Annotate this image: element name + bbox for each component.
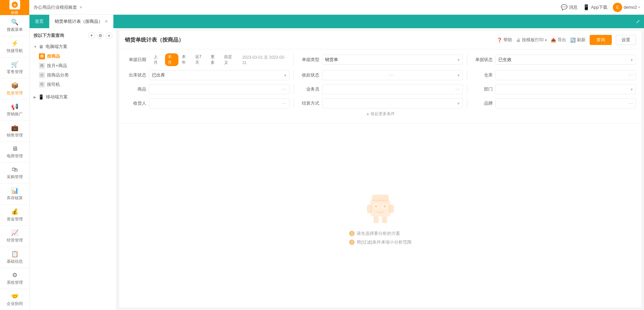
collab-icon: 🤝	[11, 293, 18, 300]
tip-text-1: 请先选择要分析的方案	[357, 230, 400, 237]
sidebar-item-system[interactable]: ⚙ 系统管理	[0, 268, 29, 289]
page-actions: ❓ 帮助 🖨 按模板打印 ▾ 📤 导出 🔄 刷新	[497, 35, 636, 45]
date-7days[interactable]: 近7天	[193, 53, 208, 66]
marketing-icon: 📢	[11, 103, 18, 110]
collapse-panel-button[interactable]: «	[106, 32, 112, 39]
recvstatus-input[interactable]: ··· ▾	[322, 70, 463, 80]
filter-outstatus-cell: 出库状态 已出库 ▾	[125, 70, 289, 80]
sidebar-item-sales[interactable]: 💼 销售管理	[0, 121, 29, 142]
help-label: 帮助	[503, 37, 512, 43]
recvstatus-dots: ···	[389, 72, 393, 78]
sidebar-item-operation[interactable]: 📈 经营管理	[0, 226, 29, 247]
sidebar-item-quicknav[interactable]: ⚡ 快捷导航	[0, 36, 29, 57]
settings-button[interactable]: 设置	[616, 35, 636, 45]
date-this-year[interactable]: 本年	[180, 53, 192, 66]
export-label: 导出	[557, 37, 566, 43]
sidebar-item-inventory[interactable]: 📊 库存核算	[0, 184, 29, 205]
sidebar-item-wholesale[interactable]: 📦 批发管理	[0, 79, 29, 100]
tab-close-button[interactable]: ✕	[105, 19, 108, 24]
filter-brand-cell: 品牌 ···	[471, 98, 636, 108]
sidebar-item-retail[interactable]: 🛒 零售管理	[0, 57, 29, 79]
filter-row-3: 商品 ··· 业务员 ···	[125, 84, 636, 94]
settlement-input[interactable]: ▾	[322, 98, 463, 108]
tree-item-category[interactable]: 分 按商品分类	[39, 70, 116, 80]
sidebar-wholesale-label: 批发管理	[7, 90, 23, 96]
item-label-goods: 按商品	[47, 53, 60, 59]
tree-mobile-label: 移动端方案	[46, 94, 68, 100]
tree-mobile[interactable]: ▶ 📱 移动端方案	[30, 92, 116, 102]
salesperson-dots: ···	[455, 86, 460, 92]
sidebar-item-ecom[interactable]: 🖥 电商管理	[0, 142, 29, 163]
topbar: 办公用品行业模拟账套 ▾ 💬 消息 📱 App下载 E demo2 ▾	[30, 0, 644, 15]
purchase-icon: 🛍	[12, 166, 18, 173]
empty-tips: 1 请先选择要分析的方案 2 用[过滤]条件来缩小分析范围	[349, 230, 411, 245]
department-input[interactable]: ▾	[495, 84, 636, 94]
quick-nav-icon: ⚡	[11, 40, 18, 47]
goods-input[interactable]: ···	[149, 84, 289, 94]
app-logo[interactable]: 畅 标账	[0, 0, 30, 15]
tree-item-by-goods[interactable]: 商 按商品	[39, 52, 116, 61]
topbar-left: 办公用品行业模拟账套 ▾	[34, 4, 82, 10]
sidebar: 畅 标账 🔍 搜索菜单 ⚡ 快捷导航 🛒 零售管理 📦 批发管理 📢 营销推广 …	[0, 0, 30, 310]
tree-item-month-goods[interactable]: 商 按月+商品	[39, 61, 116, 70]
industry-dropdown-icon[interactable]: ▾	[80, 5, 82, 10]
item-label-driver: 按司机	[47, 82, 60, 88]
user-avatar: E	[613, 3, 622, 12]
recvstatus-arrow: ▾	[458, 73, 460, 78]
user-dropdown-icon: ▾	[638, 5, 640, 9]
tree-item-driver[interactable]: 司 按司机	[39, 80, 116, 89]
brand-label: 品牌	[471, 100, 495, 106]
date-custom[interactable]: 自定义	[222, 53, 238, 66]
tree-desktop[interactable]: ▼ 🖥 电脑端方案	[30, 42, 116, 52]
empty-illustration	[360, 186, 400, 226]
tab-home[interactable]: 首页	[30, 15, 49, 28]
date-last-month[interactable]: 上月	[152, 53, 164, 66]
settings-scheme-button[interactable]: ⊙	[97, 32, 104, 39]
recipient-input[interactable]: ···	[149, 98, 289, 108]
user-menu[interactable]: E demo2 ▾	[613, 3, 640, 12]
sidebar-item-basic[interactable]: 📋 基础信息	[0, 247, 29, 268]
sidebar-item-finance[interactable]: 💰 资金管理	[0, 205, 29, 226]
date-more[interactable]: 更多	[209, 53, 221, 66]
app-download-button[interactable]: 📱 App下载	[583, 4, 607, 10]
empty-tip-1: 1 请先选择要分析的方案	[349, 230, 411, 237]
export-button[interactable]: 📤 导出	[551, 37, 566, 43]
salesperson-input[interactable]: ···	[322, 84, 463, 94]
filter-docstatus-cell: 单据状态 已生效 ▾	[471, 55, 636, 65]
tab-active[interactable]: 销货单统计表（按商品） ✕	[49, 15, 113, 28]
svg-rect-2	[370, 200, 390, 216]
brand-input[interactable]: ···	[495, 98, 636, 108]
warehouse-dots: ···	[629, 72, 633, 78]
filter-warehouse-cell: 仓库 ···	[471, 70, 636, 80]
sidebar-item-purchase[interactable]: 🛍 采购管理	[0, 163, 29, 184]
docstatus-input[interactable]: 已生效 ▾	[495, 55, 636, 65]
sidebar-item-marketing[interactable]: 📢 营销推广	[0, 100, 29, 121]
print-dropdown-icon: ▾	[545, 38, 547, 42]
refresh-button[interactable]: 🔄 刷新	[570, 37, 586, 43]
page-title: 销货单统计表（按商品）	[125, 37, 184, 44]
tab-maximize[interactable]: ⤢	[113, 15, 644, 28]
doctype-input[interactable]: 销货单 ▾	[322, 55, 463, 65]
filter-recipient-cell: 收货人 ···	[125, 98, 289, 108]
logo-label: 标账	[11, 10, 18, 15]
query-button[interactable]: 查询	[590, 35, 612, 45]
item-label-category: 按商品分类	[47, 72, 69, 78]
message-button[interactable]: 💬 消息	[561, 4, 578, 10]
print-button[interactable]: 🖨 按模板打印 ▾	[516, 37, 547, 43]
sidebar-item-search[interactable]: 🔍 搜索菜单	[0, 15, 29, 36]
filter-row-2: 出库状态 已出库 ▾ 收款状态 ··· ▾	[125, 70, 636, 80]
content-wrapper: 按以下方案查询 + ⊙ « ▼ 🖥 电脑端方案 商 按商品	[30, 28, 644, 310]
help-button[interactable]: ❓ 帮助	[497, 37, 512, 43]
home-tab-label: 首页	[35, 18, 44, 24]
sidebar-item-collab[interactable]: 🤝 企业协同	[0, 289, 29, 310]
date-this-month[interactable]: 本月	[165, 53, 178, 66]
item-icon-driver: 司	[39, 82, 45, 88]
add-scheme-button[interactable]: +	[88, 32, 95, 39]
left-panel: 按以下方案查询 + ⊙ « ▼ 🖥 电脑端方案 商 按商品	[30, 28, 117, 310]
department-label: 部门	[471, 86, 495, 92]
collapse-button[interactable]: ∧ 收起更多条件	[125, 108, 636, 119]
filter-salesperson-cell: 业务员 ···	[298, 84, 463, 94]
warehouse-input[interactable]: ···	[495, 70, 636, 80]
doctype-value: 销货单	[325, 57, 338, 63]
outstatus-input[interactable]: 已出库 ▾	[149, 70, 289, 80]
